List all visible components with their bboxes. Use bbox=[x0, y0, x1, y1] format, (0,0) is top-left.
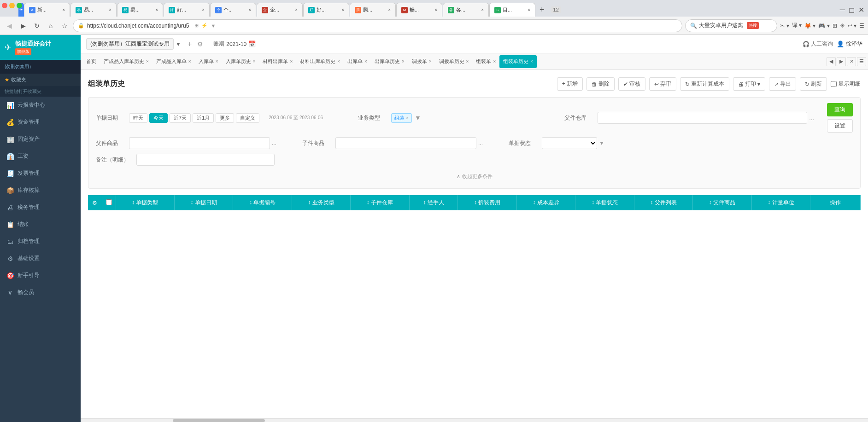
status-select[interactable] bbox=[542, 137, 597, 149]
tab-7-close[interactable]: × bbox=[341, 7, 344, 12]
tab-prod-in-hist[interactable]: 产成品入库单历史 × bbox=[100, 55, 152, 68]
tab-kit[interactable]: 组装单 × bbox=[472, 55, 499, 68]
query-btn[interactable]: 查询 bbox=[827, 103, 853, 116]
date-btn-more[interactable]: 更多 bbox=[216, 113, 234, 123]
collapse-bar[interactable]: ∧ 收起更多条件 bbox=[96, 170, 853, 183]
tab-11[interactable]: S 目... × bbox=[489, 3, 535, 17]
translate-icon[interactable]: 译 ▾ bbox=[792, 22, 802, 29]
tab-3[interactable]: 易 易... × bbox=[117, 3, 163, 17]
scroll-thumb[interactable] bbox=[173, 419, 265, 422]
th-settings[interactable]: ⚙ bbox=[88, 195, 102, 210]
sidebar-item-asset[interactable]: 🏢 固定资产 bbox=[0, 131, 81, 148]
menu-icon[interactable]: ☰ bbox=[859, 23, 864, 29]
parent-goods-input[interactable] bbox=[129, 137, 270, 149]
print-dropdown[interactable]: ▾ bbox=[757, 81, 760, 87]
window-maximize-btn[interactable] bbox=[17, 3, 22, 8]
sidebar-item-checkout[interactable]: 📋 结账 bbox=[0, 216, 81, 233]
settings-btn[interactable]: 设置 bbox=[827, 119, 853, 133]
tab-kit-hist-close[interactable]: × bbox=[530, 59, 533, 64]
tab-5[interactable]: 个 个... × bbox=[210, 3, 256, 17]
tab-7[interactable]: 好 好... × bbox=[303, 3, 349, 17]
biz-type-dropdown[interactable]: ▼ bbox=[415, 114, 421, 121]
back-btn[interactable]: ◀ bbox=[4, 20, 15, 31]
tab-5-close[interactable]: × bbox=[248, 7, 251, 12]
tab-prod-in-hist-close[interactable]: × bbox=[146, 59, 149, 64]
parent-goods-more[interactable]: ... bbox=[272, 140, 276, 146]
settings-gear[interactable]: ⚙ bbox=[197, 40, 203, 48]
tab-prod-in-close[interactable]: × bbox=[188, 59, 191, 64]
child-goods-more[interactable]: ... bbox=[478, 140, 483, 146]
search-box[interactable]: 🔍 大量安卓用户逃离 热搜 bbox=[685, 19, 777, 32]
grid-icon[interactable]: ⊞ bbox=[833, 23, 837, 29]
tab-assemble-hist[interactable]: 调拨单历史 × bbox=[435, 55, 473, 68]
recalc-btn[interactable]: ↻ 重新计算成本 bbox=[680, 77, 729, 91]
tab-more[interactable]: ☰ bbox=[857, 57, 866, 66]
tab-in-order[interactable]: 入库单 × bbox=[195, 55, 222, 68]
export-btn[interactable]: ↗ 导出 bbox=[769, 77, 796, 91]
qr-icon[interactable]: ⊞ bbox=[194, 23, 199, 29]
tab-out-hist-close[interactable]: × bbox=[402, 59, 405, 64]
child-goods-input[interactable] bbox=[335, 137, 476, 149]
tab-in-hist[interactable]: 入库单历史 × bbox=[222, 55, 259, 68]
tab-2[interactable]: 易 易... × bbox=[70, 3, 117, 17]
th-checkbox[interactable] bbox=[102, 195, 116, 210]
tab-home[interactable]: 首页 bbox=[82, 58, 100, 65]
sidebar-item-fund[interactable]: 💰 资金管理 bbox=[0, 114, 81, 131]
company-dropdown-icon[interactable]: ▼ bbox=[176, 41, 181, 47]
tab-scroll-left[interactable]: ◀ bbox=[827, 57, 836, 66]
cut-icon[interactable]: ✂ ▾ bbox=[780, 23, 789, 29]
game-icon[interactable]: 🎮 ▾ bbox=[818, 23, 829, 29]
tab-assemble-hist-close[interactable]: × bbox=[466, 59, 469, 64]
undo-icon[interactable]: ↩ ▾ bbox=[848, 23, 856, 29]
tab-9[interactable]: M 畅... × bbox=[396, 3, 442, 17]
abandon-btn[interactable]: ↩ 弃审 bbox=[649, 77, 676, 91]
sidebar-favorites[interactable]: ★ 收藏夹 bbox=[0, 74, 81, 86]
tab-out-order-close[interactable]: × bbox=[364, 59, 367, 64]
speed-icon[interactable]: ⚡ bbox=[201, 23, 208, 29]
window-minimize-btn[interactable] bbox=[9, 3, 15, 8]
win-minimize[interactable]: ─ bbox=[840, 6, 845, 14]
sidebar-item-report[interactable]: 📊 云报表中心 bbox=[0, 97, 81, 114]
tab-assemble-close[interactable]: × bbox=[429, 59, 432, 64]
note-input[interactable] bbox=[136, 154, 275, 166]
tab-3-close[interactable]: × bbox=[155, 7, 158, 12]
refresh-btn[interactable]: ↻ 刷新 bbox=[800, 77, 827, 91]
tab-mat-out-close[interactable]: × bbox=[290, 59, 293, 64]
date-btn-7days[interactable]: 近7天 bbox=[170, 113, 191, 123]
tab-4-close[interactable]: × bbox=[202, 7, 205, 12]
sidebar-item-invoice[interactable]: 🧾 发票管理 bbox=[0, 165, 81, 182]
add-company-btn[interactable]: + bbox=[188, 40, 192, 48]
tab-mat-out-hist[interactable]: 材料出库单历史 × bbox=[296, 55, 344, 68]
sidebar-item-tax[interactable]: 🖨 税务管理 bbox=[0, 199, 81, 216]
tab-prod-in[interactable]: 产成品入库单 × bbox=[152, 55, 195, 68]
tab-assemble[interactable]: 调拨单 × bbox=[408, 55, 435, 68]
sidebar-item-vip[interactable]: V 畅会员 bbox=[0, 284, 81, 301]
tab-6[interactable]: 企 企... × bbox=[257, 3, 303, 17]
tab-6-close[interactable]: × bbox=[295, 7, 298, 12]
company-selector[interactable]: (勿删勿禁用）江西服宝测试专用 ▼ bbox=[86, 38, 181, 50]
tab-2-close[interactable]: × bbox=[109, 7, 111, 12]
date-btn-1month[interactable]: 近1月 bbox=[193, 113, 214, 123]
tab-8[interactable]: 腾 腾... × bbox=[350, 3, 396, 17]
print-btn[interactable]: 🖨 打印 ▾ bbox=[733, 77, 765, 91]
tab-mat-out-hist-close[interactable]: × bbox=[337, 59, 340, 64]
tab-close-all[interactable]: ✕ bbox=[847, 57, 856, 66]
address-bar[interactable]: 🔒 https://cloud.chanjet.com/accounting/u… bbox=[73, 19, 682, 32]
tab-in-order-close[interactable]: × bbox=[216, 59, 218, 64]
tab-10-close[interactable]: × bbox=[481, 7, 484, 12]
bookmark-btn[interactable]: ☆ bbox=[59, 20, 70, 31]
home-btn[interactable]: ⌂ bbox=[45, 20, 56, 31]
audit-btn[interactable]: ✔ 审核 bbox=[618, 77, 645, 91]
horizontal-scrollbar[interactable] bbox=[81, 418, 868, 422]
win-restore[interactable]: ◻ bbox=[849, 6, 855, 14]
tab-mat-out[interactable]: 材料出库单 × bbox=[259, 55, 296, 68]
tab-scroll-right[interactable]: ▶ bbox=[837, 57, 846, 66]
reload-btn[interactable]: ↻ bbox=[31, 20, 42, 31]
column-settings-icon[interactable]: ⚙ bbox=[92, 200, 97, 206]
tab-1-close[interactable]: × bbox=[62, 7, 65, 12]
date-btn-yesterday[interactable]: 昨天 bbox=[129, 113, 147, 123]
status-dropdown[interactable]: ▼ bbox=[599, 140, 604, 146]
date-btn-custom[interactable]: 自定义 bbox=[236, 113, 259, 123]
sidebar-item-guide[interactable]: 🎯 新手引导 bbox=[0, 267, 81, 284]
add-btn[interactable]: + 新增 bbox=[557, 77, 583, 91]
